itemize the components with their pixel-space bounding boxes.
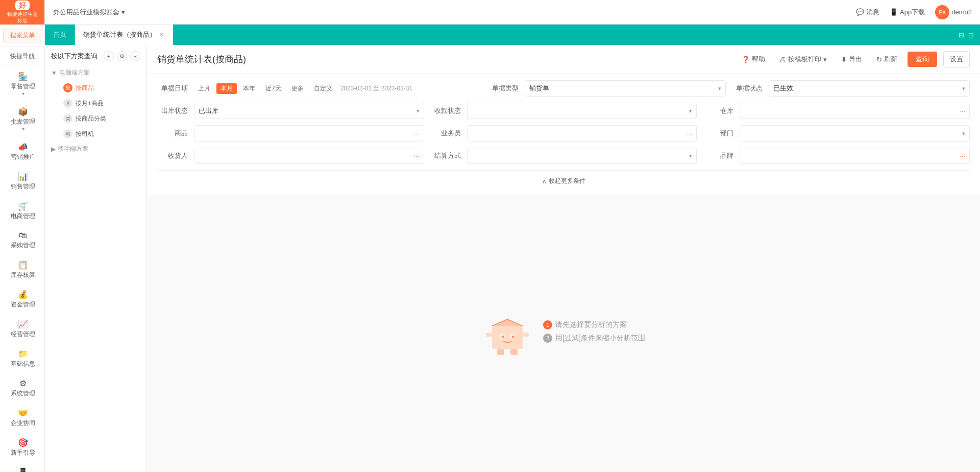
svg-rect-0 (492, 326, 523, 349)
date-tab-last-month[interactable]: 上月 (194, 83, 214, 94)
by-month-goods-icon: 月 (63, 99, 72, 108)
query-button[interactable]: 查询 (908, 52, 937, 67)
sidebar-item-sales[interactable]: 📊 销售管理 (0, 167, 44, 196)
svg-point-6 (502, 335, 504, 338)
industry-selector[interactable]: 办公用品行业模拟账套 ▾ (53, 8, 125, 17)
dept-label: 部门 (703, 129, 733, 138)
goods-input[interactable]: ··· (194, 125, 424, 141)
payment-dropdown-icon: ▾ (689, 108, 692, 114)
scheme-by-category[interactable]: 类 按商品分类 (57, 111, 146, 126)
sidebar-item-guide[interactable]: 🎯 新手引导 (0, 433, 44, 462)
quick-nav-section: 快捷导航 (0, 47, 44, 66)
date-tab-custom[interactable]: 自定义 (310, 83, 336, 94)
filter-row-1: 单据日期 上月 本月 本年 近7天 更多 自定义 2023-03-01 至 20… (157, 80, 970, 97)
tab-close-icon[interactable]: ✕ (159, 31, 164, 38)
print-dropdown-icon: ▾ (823, 56, 827, 63)
date-tab-more[interactable]: 更多 (287, 83, 308, 94)
payment-selector[interactable]: ▾ (467, 103, 697, 119)
minimize-icon[interactable]: ⊟ (959, 31, 964, 39)
date-tab-7days[interactable]: 近7天 (261, 83, 285, 94)
sales-icon: 📊 (18, 172, 28, 181)
by-driver-label: 按司机 (76, 130, 94, 138)
wholesale-expand: ▾ (22, 126, 24, 132)
maximize-icon[interactable]: ⊡ (968, 31, 974, 39)
print-icon: 🖨 (779, 56, 786, 63)
staff-input[interactable]: ··· (467, 125, 697, 141)
page-actions: ❓ 帮助 🖨 按模板打印 ▾ ⬇ 导出 ↻ (738, 51, 970, 67)
search-menu-button[interactable]: 搜索菜单 (3, 29, 41, 42)
app-download-icon: 📱 (890, 8, 898, 16)
brand-input[interactable]: ··· (740, 148, 970, 164)
settings-button[interactable]: 设置 (943, 51, 970, 67)
staff-dots[interactable]: ··· (687, 130, 693, 137)
sidebar-item-finance[interactable]: 💰 资金管理 (0, 285, 44, 314)
topbar-left: 办公用品行业模拟账套 ▾ (53, 8, 125, 17)
scheme-by-month-goods[interactable]: 月 按月+商品 (57, 96, 146, 111)
collapse-panel-button[interactable]: « (130, 51, 140, 61)
tree-mobile-icon: ▶ (51, 146, 56, 153)
empty-illustration (482, 308, 533, 359)
desktop-scheme-group[interactable]: ▼ 电脑端方案 (45, 65, 146, 80)
by-category-label: 按商品分类 (76, 114, 106, 123)
sidebar-item-cooperation[interactable]: 🤝 企业协同 (0, 403, 44, 433)
retail-expand: ▾ (22, 91, 24, 97)
inventory-label: 库存核算 (11, 271, 35, 279)
refresh-button[interactable]: ↻ 刷新 (872, 53, 901, 66)
type-selector[interactable]: 销货单 ▾ (525, 80, 726, 97)
sidebar-item-wholesale[interactable]: 📦 批发管理 ▾ (0, 102, 44, 137)
goods-label: 商品 (157, 129, 188, 138)
dept-selector[interactable]: ▾ (740, 125, 970, 141)
goods-dots[interactable]: ··· (414, 130, 420, 137)
type-label: 单据类型 (488, 84, 519, 93)
tab-report[interactable]: 销货单统计表（按商品） ✕ (75, 25, 173, 45)
out-status-dropdown-icon: ▾ (416, 108, 420, 114)
scheme-by-driver[interactable]: 司 按司机 (57, 126, 146, 141)
add-scheme-button[interactable]: + (104, 51, 114, 61)
cooperation-label: 企业协同 (11, 419, 35, 428)
sidebar-item-management[interactable]: 📈 经营管理 (0, 314, 44, 344)
date-tabs: 上月 本月 本年 近7天 更多 自定义 (194, 83, 336, 94)
payment-method-dropdown-icon: ▾ (689, 153, 692, 159)
sidebar-item-basic-info[interactable]: 📁 基础信息 (0, 344, 44, 373)
sidebar-item-retail[interactable]: 🏪 零售管理 ▾ (0, 66, 44, 102)
sidebar-item-app-center[interactable]: 📱 应用中心 (0, 462, 44, 472)
sidebar-item-inventory[interactable]: 📋 库存核算 (0, 255, 44, 285)
export-button[interactable]: ⬇ 导出 (837, 53, 866, 66)
by-goods-icon: 按 (63, 83, 72, 92)
status-selector[interactable]: 已生效 ▾ (769, 80, 970, 97)
user-profile[interactable]: Ea demo2 (935, 5, 972, 19)
app-download-button[interactable]: 📱 App下载 (890, 8, 925, 17)
collapse-button[interactable]: ∧ 收起更多条件 (157, 174, 970, 188)
date-tab-this-year[interactable]: 本年 (239, 83, 259, 94)
help-button[interactable]: ❓ 帮助 (738, 53, 769, 66)
management-icon: 📈 (18, 319, 28, 329)
sidebar-item-ecommerce[interactable]: 🛒 电商管理 (0, 196, 44, 226)
topbar-right: 💬 消息 📱 App下载 Ea demo2 (856, 5, 972, 19)
warehouse-selector[interactable]: ··· (740, 103, 970, 119)
date-tab-this-month[interactable]: 本月 (216, 83, 237, 94)
help-icon: ❓ (742, 56, 750, 63)
purchase-label: 采购管理 (11, 241, 35, 250)
sidebar-item-system[interactable]: ⚙ 系统管理 (0, 373, 44, 403)
scheme-by-goods[interactable]: 按 按商品 (57, 80, 146, 96)
receiver-dots[interactable]: ··· (414, 152, 420, 160)
svg-marker-1 (492, 319, 523, 326)
desktop-scheme-label: 电脑端方案 (59, 68, 90, 77)
step1-circle: 1 (543, 320, 552, 329)
sidebar-item-marketing[interactable]: 📣 营销推广 (0, 137, 44, 167)
tab-home[interactable]: 首页 (45, 25, 75, 45)
brand-dots[interactable]: ··· (960, 152, 965, 160)
warehouse-dots[interactable]: ··· (960, 107, 965, 115)
message-button[interactable]: 💬 消息 (856, 8, 879, 17)
type-value: 销货单 (529, 84, 718, 93)
receiver-input[interactable]: ··· (194, 148, 424, 164)
out-status-selector[interactable]: 已出库 ▾ (194, 103, 424, 119)
scheme-settings-button[interactable]: ⚙ (117, 51, 127, 61)
mobile-scheme-group[interactable]: ▶ 移动端方案 (45, 141, 146, 156)
left-panel: 按以下方案查询 + ⚙ « ▼ 电脑端方案 按 按商品 月 按月+商品 (45, 45, 147, 472)
print-button[interactable]: 🖨 按模板打印 ▾ (775, 53, 831, 66)
app-download-label: App下载 (900, 8, 925, 17)
sidebar-item-purchase[interactable]: 🛍 采购管理 (0, 226, 44, 255)
payment-method-selector[interactable]: ▾ (467, 148, 697, 164)
retail-label: 零售管理 (11, 82, 35, 91)
